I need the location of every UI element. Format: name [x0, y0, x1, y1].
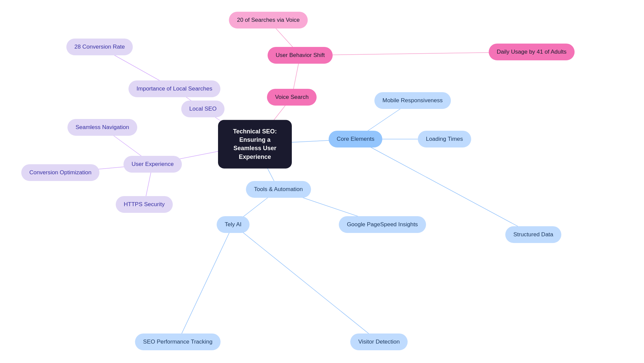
node-center[interactable]: Technical SEO: Ensuring a Seamless User …: [218, 120, 292, 169]
mind-map: Technical SEO: Ensuring a Seamless User …: [0, 0, 644, 363]
node-voice_search[interactable]: Voice Search: [267, 89, 317, 106]
node-user_behavior_shift[interactable]: User Behavior Shift: [268, 47, 333, 64]
node-tools_automation[interactable]: Tools & Automation: [246, 181, 311, 198]
node-structured_data[interactable]: Structured Data: [505, 226, 561, 243]
node-loading_times[interactable]: Loading Times: [418, 131, 471, 147]
node-google_pagespeed[interactable]: Google PageSpeed Insights: [339, 216, 426, 233]
node-daily_usage[interactable]: Daily Usage by 41 of Adults: [489, 44, 575, 60]
node-searches_via_voice[interactable]: 20 of Searches via Voice: [229, 12, 308, 28]
node-conversion_rate[interactable]: 28 Conversion Rate: [66, 39, 133, 55]
node-visitor_detection[interactable]: Visitor Detection: [350, 334, 408, 350]
node-local_seo[interactable]: Local SEO: [181, 101, 224, 117]
node-seamless_nav[interactable]: Seamless Navigation: [67, 119, 137, 136]
node-https_security[interactable]: HTTPS Security: [116, 196, 173, 213]
node-conversion_opt[interactable]: Conversion Optimization: [21, 164, 99, 181]
node-importance_local[interactable]: Importance of Local Searches: [128, 80, 220, 97]
node-user_experience[interactable]: User Experience: [123, 156, 182, 173]
node-seo_performance[interactable]: SEO Performance Tracking: [135, 334, 221, 350]
svg-line-18: [178, 225, 233, 342]
node-tely_ai[interactable]: Tely AI: [217, 216, 250, 233]
node-core_elements[interactable]: Core Elements: [329, 131, 382, 147]
svg-line-19: [233, 225, 379, 342]
node-mobile_resp[interactable]: Mobile Responsiveness: [374, 92, 451, 109]
